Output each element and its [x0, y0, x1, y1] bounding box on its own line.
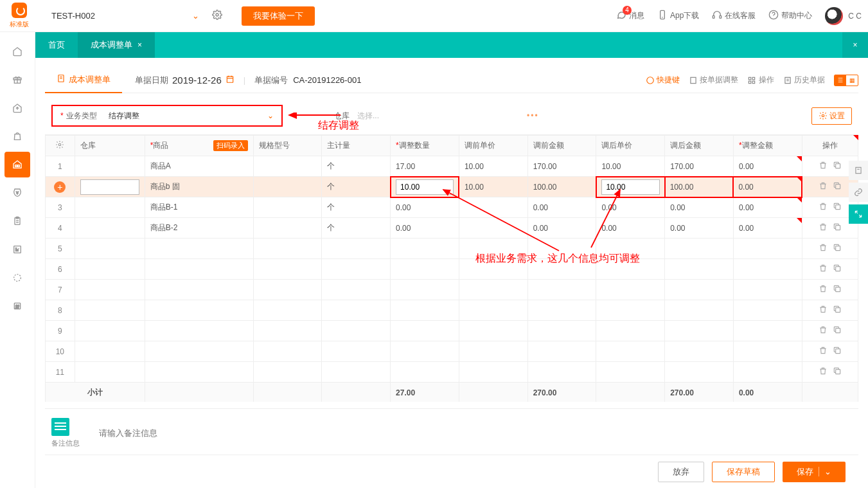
more-icon[interactable]: •••: [527, 111, 539, 120]
history-button[interactable]: 历史单据: [783, 75, 825, 86]
add-row-icon[interactable]: +: [54, 181, 66, 193]
nav-sync-icon[interactable]: [4, 265, 30, 291]
col-adj-qty[interactable]: *调整数量: [391, 136, 459, 156]
save-button[interactable]: 保存⌄: [783, 462, 846, 482]
save-draft-button[interactable]: 保存草稿: [712, 462, 775, 482]
biz-type-select[interactable]: * 业务类型 结存调整 ⌄: [51, 105, 283, 127]
delete-icon[interactable]: [819, 224, 828, 233]
app-download-link[interactable]: App下载: [657, 10, 699, 22]
expand-icon[interactable]: [849, 204, 868, 224]
delete-icon[interactable]: [819, 204, 828, 213]
copy-icon[interactable]: [833, 245, 842, 254]
col-unit[interactable]: 主计量: [322, 136, 391, 156]
copy-icon[interactable]: [833, 224, 842, 233]
table-row[interactable]: 9: [46, 321, 858, 341]
col-post-price[interactable]: 调后单价: [596, 136, 665, 156]
nav-money-icon[interactable]: ¥: [4, 180, 30, 206]
tab-cost-adjust[interactable]: 成本调整单 ×: [78, 32, 155, 58]
delete-icon[interactable]: [819, 368, 828, 377]
table-row[interactable]: 3商品B-1个0.000.000.000.000.00: [46, 197, 858, 218]
right-float-panel: [849, 161, 868, 226]
messages-label: 消息: [629, 10, 644, 21]
list-view-icon[interactable]: ☰: [835, 75, 846, 86]
delete-icon[interactable]: [819, 245, 828, 254]
copy-icon[interactable]: [833, 368, 842, 377]
messages-link[interactable]: 消息 4: [616, 10, 644, 22]
post-price-input[interactable]: [601, 179, 659, 195]
help-center-link[interactable]: 帮助中心: [768, 10, 812, 22]
delete-icon[interactable]: [819, 327, 828, 336]
org-settings-icon[interactable]: [212, 10, 222, 22]
table-row[interactable]: 6: [46, 259, 858, 280]
org-select[interactable]: TEST-H002 ⌄: [45, 6, 206, 26]
copy-icon[interactable]: [833, 204, 842, 213]
nav-warehouse-icon[interactable]: [4, 152, 30, 177]
form-tab[interactable]: 成本调整单: [45, 68, 122, 93]
copy-icon[interactable]: [833, 183, 842, 192]
note-icon[interactable]: [849, 161, 868, 180]
grid-view-icon[interactable]: ▦: [846, 75, 858, 86]
copy-icon[interactable]: [833, 307, 842, 316]
remark-section: 备注信息: [45, 408, 858, 455]
table-row[interactable]: +商品b 固个10.00100.00100.000.00: [46, 177, 858, 197]
warehouse-input[interactable]: [80, 179, 139, 195]
svg-rect-29: [749, 77, 752, 80]
qty-input[interactable]: [396, 179, 454, 195]
table-row[interactable]: 1商品A个17.0010.00170.0010.00170.000.00: [46, 156, 858, 177]
nav-upload-icon[interactable]: [4, 95, 30, 121]
nav-report-icon[interactable]: [4, 237, 30, 262]
table-row[interactable]: 7: [46, 280, 858, 300]
col-warehouse[interactable]: 仓库: [75, 136, 145, 156]
online-service-link[interactable]: 在线客服: [712, 10, 756, 22]
by-doc-button[interactable]: 按单据调整: [689, 75, 738, 86]
table-row[interactable]: 10: [46, 341, 858, 362]
table-row[interactable]: 11: [46, 362, 858, 383]
delete-icon[interactable]: [819, 348, 828, 357]
delete-icon[interactable]: [819, 286, 828, 295]
settings-button[interactable]: 设置: [811, 107, 852, 125]
view-switch[interactable]: ☰▦: [834, 75, 858, 86]
copy-icon[interactable]: [833, 327, 842, 336]
trial-button[interactable]: 我要体验一下: [242, 6, 315, 26]
date-value[interactable]: 2019-12-26: [172, 75, 222, 86]
remark-input[interactable]: [99, 428, 852, 438]
copy-icon[interactable]: [833, 266, 842, 275]
copy-icon[interactable]: [833, 286, 842, 295]
nav-home-icon[interactable]: [4, 39, 30, 64]
delete-icon[interactable]: [819, 307, 828, 316]
copy-icon[interactable]: [833, 348, 842, 357]
tab-home[interactable]: 首页: [35, 32, 78, 58]
chevron-down-icon[interactable]: ⌄: [819, 467, 831, 476]
col-adj-amount[interactable]: *调整金额: [733, 136, 802, 156]
col-pre-price[interactable]: 调前单价: [459, 136, 527, 156]
link-icon[interactable]: [849, 183, 868, 202]
nav-new-icon[interactable]: 新: [4, 293, 30, 319]
close-icon[interactable]: ×: [137, 41, 142, 50]
table-row[interactable]: 4商品B-2个0.000.000.000.000.00: [46, 218, 858, 239]
scan-button[interactable]: 扫码录入: [213, 140, 248, 151]
col-pre-amount[interactable]: 调前金额: [527, 136, 596, 156]
col-product[interactable]: *商品扫码录入: [145, 136, 253, 156]
shortcut-button[interactable]: 快捷键: [646, 75, 680, 86]
subtotal-row: 小计 27.00 270.00 270.00 0.00: [46, 383, 858, 402]
calendar-icon[interactable]: [226, 75, 235, 86]
nav-clipboard-icon[interactable]: [4, 208, 30, 234]
avatar[interactable]: [825, 7, 843, 25]
delete-icon[interactable]: [819, 183, 828, 192]
col-spec[interactable]: 规格型号: [253, 136, 322, 156]
warehouse-select[interactable]: 仓库 选择...: [334, 111, 379, 122]
svg-point-36: [822, 114, 824, 117]
copy-icon[interactable]: [833, 163, 842, 172]
delete-icon[interactable]: [819, 266, 828, 275]
ops-button[interactable]: 操作: [747, 75, 774, 86]
table-row[interactable]: 8: [46, 300, 858, 321]
nav-bag-icon[interactable]: [4, 123, 30, 149]
discard-button[interactable]: 放弃: [658, 462, 704, 482]
col-post-amount[interactable]: 调后金额: [665, 136, 734, 156]
delete-icon[interactable]: [819, 163, 828, 172]
table-row[interactable]: 5: [46, 239, 858, 259]
nav-gift-icon[interactable]: [4, 67, 30, 93]
tab-bar-close-icon[interactable]: ×: [842, 32, 868, 58]
col-ops: 操作: [802, 136, 858, 156]
col-gear[interactable]: [46, 136, 75, 156]
